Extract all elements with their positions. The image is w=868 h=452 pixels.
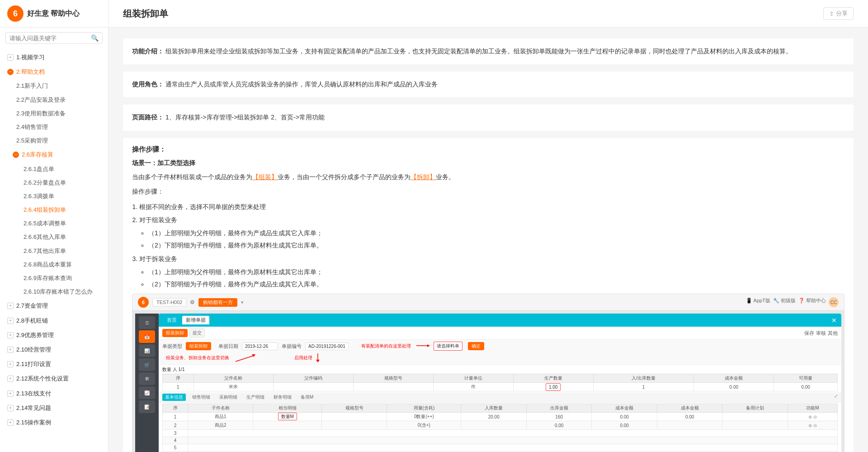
- main-content: 组装拆卸单 ⇧ 分享 功能介绍： 组装拆卸单用来处理企业组装或拆卸等加工业务，支…: [108, 0, 868, 452]
- sidebar-item-system[interactable]: + 2.12系统个性化设置: [0, 371, 108, 386]
- mock-qty-input[interactable]: 1.00: [546, 383, 561, 391]
- sidebar-item-docs[interactable]: − 2.帮助文档: [0, 65, 108, 79]
- mock-lower-row-1: 1 商品1 数量M 0数量(++) 20.00 160: [163, 413, 838, 421]
- expand-icon: +: [7, 361, 14, 367]
- sidebar-item-otherinput[interactable]: 2.6.6其他入库单: [0, 230, 108, 244]
- mock-sub-tab-finance[interactable]: 财务明细: [271, 394, 294, 401]
- expand-icon: +: [7, 405, 14, 411]
- mock-nav-icon-3: 📊: [139, 344, 155, 357]
- mock-sub-tab-backup[interactable]: 备用M: [298, 394, 316, 401]
- disassembly-link[interactable]: 【拆卸】: [410, 173, 436, 181]
- expand-icon: +: [7, 376, 14, 382]
- mock-topbar: 6 TEST-H002 ⚙ 购销都有一方 ▾ 📱 AppT版 🔧 初级版 ❓ 帮…: [132, 294, 844, 311]
- sidebar-item-install[interactable]: 2.2产品安装及登录: [0, 93, 108, 107]
- sidebar-item-inventory[interactable]: − 2.6库存核算: [0, 147, 108, 162]
- sidebar-item-sales[interactable]: 2.4销售管理: [0, 120, 108, 134]
- role-block: 使用角色： 通常由生产人员或库管人员完成拆装业务的操作，库管人员确认原材料的出库…: [123, 71, 854, 97]
- share-button[interactable]: ⇧ 分享: [823, 7, 854, 20]
- mock-lc-func2: ⊕ ⊖: [788, 421, 837, 430]
- mock-lc-backup: [722, 413, 788, 421]
- expand-icon: +: [7, 347, 14, 353]
- search-box[interactable]: 🔍: [5, 32, 103, 44]
- mock-lth-name: 子件名称: [188, 404, 253, 413]
- role-label: 使用角色：: [132, 81, 164, 88]
- sidebar-item-costadjust[interactable]: 2.6.5成本调整单: [0, 217, 108, 230]
- sidebar-item-purchase[interactable]: 2.5采购管理: [0, 134, 108, 147]
- svg-line-2: [236, 356, 254, 362]
- mock-icon-init: 🔧 初级版: [773, 297, 796, 307]
- mock-expand-icon[interactable]: ⤢: [834, 394, 838, 401]
- mock-lc-cost1: 0.00: [592, 413, 657, 421]
- sidebar-item-coupon[interactable]: + 2.9优惠券管理: [0, 328, 108, 343]
- mock-lth-detail: 相当明细: [253, 404, 321, 413]
- mock-lc-seq2: 2: [163, 421, 188, 430]
- intro-block: 功能介绍： 组装拆卸单用来处理企业组装或拆卸等加工业务，支持有固定装配清单的产品…: [123, 38, 854, 64]
- sidebar-item-assembly[interactable]: 2.6.4组装拆卸单: [0, 203, 108, 217]
- sidebar-item-mobile[interactable]: + 2.8手机旺铺: [0, 314, 108, 328]
- expand-icon: +: [7, 318, 14, 324]
- mock-lower-row-4: 4: [163, 437, 838, 444]
- mock-sub-tabs: 基本信息 销售明细 采购明细 生产明细 财务明细 备用M ⤢: [159, 392, 841, 403]
- sidebar-item-stocktake[interactable]: 2.6.1盘点单: [0, 162, 108, 176]
- mock-nav-icon-6: 📈: [139, 386, 155, 399]
- mock-field-label-date: 单据日期: [218, 343, 238, 350]
- mock-cell-prodqty: 1.00: [513, 383, 593, 391]
- sidebar-item-ops[interactable]: + 2.10经营管理: [0, 343, 108, 357]
- mock-arrow-right: [416, 343, 430, 349]
- mock-lc-spec2: [321, 421, 387, 430]
- sidebar-item-cash[interactable]: + 2.7资金管理: [0, 299, 108, 313]
- sidebar-item-faq[interactable]: + 2.14常见问题: [0, 401, 108, 415]
- mock-th-spec: 规格型号: [354, 374, 434, 383]
- sidebar-item-portion[interactable]: 2.6.2分量盘点单: [0, 176, 108, 190]
- mock-lc-seq5: 5: [163, 444, 188, 452]
- step-3: 对于拆装业务 （1）上部明细为父件明细，最终作为原材料生成其它出库单； （2）下…: [139, 253, 844, 290]
- mock-doctype-btn[interactable]: 组装拆卸: [162, 329, 188, 337]
- mock-switch-arrow: [231, 353, 258, 362]
- sidebar-item-otheroutput[interactable]: 2.6.7其他出库单: [0, 244, 108, 258]
- path-label: 页面路径：: [132, 114, 164, 121]
- mock-lc-inqty2: [461, 421, 526, 430]
- mock-close-icon[interactable]: ✕: [831, 317, 837, 324]
- sidebar-item-adjust[interactable]: 2.6.3调拨单: [0, 190, 108, 203]
- share-label: 分享: [836, 10, 848, 18]
- sidebar-item-newbie[interactable]: 2.1新手入门: [0, 79, 108, 93]
- mock-sub-tab-sales[interactable]: 销售明细: [189, 394, 213, 401]
- mock-top-icons: 📱 AppT版 🔧 初级版 ❓ 帮助中心 CC: [746, 297, 839, 307]
- sidebar-item-video[interactable]: + 1.视频学习: [0, 50, 108, 65]
- mock-lth-spec: 规格型号: [321, 404, 387, 413]
- mock-topbar-left: 6 TEST-H002 ⚙ 购销都有一方 ▾: [138, 297, 742, 308]
- mock-process-annotation: 启用处理: [294, 355, 312, 361]
- search-input[interactable]: [9, 35, 91, 42]
- mock-confirm-btn[interactable]: 确定: [468, 342, 484, 350]
- path-text: 1、库存核算->库存管理->组装拆卸单 2、首页->常用功能: [165, 114, 325, 121]
- mock-lc-usage2: 0(含+): [387, 421, 461, 430]
- path-block: 页面路径： 1、库存核算->库存管理->组装拆卸单 2、首页->常用功能: [123, 105, 854, 130]
- assembly-link[interactable]: 【组装】: [252, 173, 278, 181]
- mock-sub-tab-basic[interactable]: 基本信息: [162, 394, 186, 401]
- mock-sub-tab-purchase[interactable]: 采购明细: [217, 394, 240, 401]
- steps-list: 根据不同的业务，选择不同单据的类型来处理 对于组装业务 （1）上部明细为父件明细…: [139, 201, 844, 290]
- mock-action-btn[interactable]: 提交: [189, 328, 205, 338]
- sidebar-item-cases[interactable]: + 2.15操作案例: [0, 415, 108, 430]
- sidebar-item-stockcheck[interactable]: 2.6.9库存账本查询: [0, 271, 108, 285]
- sidebar-item-onlinepay[interactable]: + 2.13在线支付: [0, 386, 108, 401]
- sidebar-item-stockerror[interactable]: 2.6.10库存账本错了怎么办: [0, 285, 108, 299]
- mock-lc-name2: 商品2: [188, 421, 253, 430]
- mock-avatar: CC: [829, 297, 839, 307]
- collapse-icon-inventory: −: [13, 152, 19, 158]
- mock-cell-avail: 0.00: [774, 383, 838, 391]
- search-icon[interactable]: 🔍: [91, 34, 99, 42]
- step-1: 根据不同的业务，选择不同单据的类型来处理: [139, 201, 844, 213]
- mock-lc-detail: 数量M: [253, 413, 321, 421]
- sidebar-item-costcalc[interactable]: 2.6.8商品成本重算: [0, 258, 108, 271]
- mock-detail-input[interactable]: 数量M: [278, 413, 297, 420]
- mock-icon-help: ❓ 帮助中心: [798, 297, 826, 307]
- mock-sub-tab-produce[interactable]: 生产明细: [244, 394, 267, 401]
- mock-lc-func: ⊕ ⊖: [788, 413, 837, 421]
- expand-icon: +: [7, 390, 14, 397]
- sidebar-item-prepare[interactable]: 2.3使用前数据准备: [0, 107, 108, 120]
- mock-bom-input[interactable]: 请选择料单: [434, 342, 462, 351]
- mock-switch-row: 组装业务、拆卸业务在这里切换 启用处理: [159, 352, 841, 364]
- step-3-1: （1）上部明细为父件明细，最终作为原材料生成其它出库单；: [148, 266, 844, 278]
- sidebar-item-print[interactable]: + 2.11打印设置: [0, 357, 108, 371]
